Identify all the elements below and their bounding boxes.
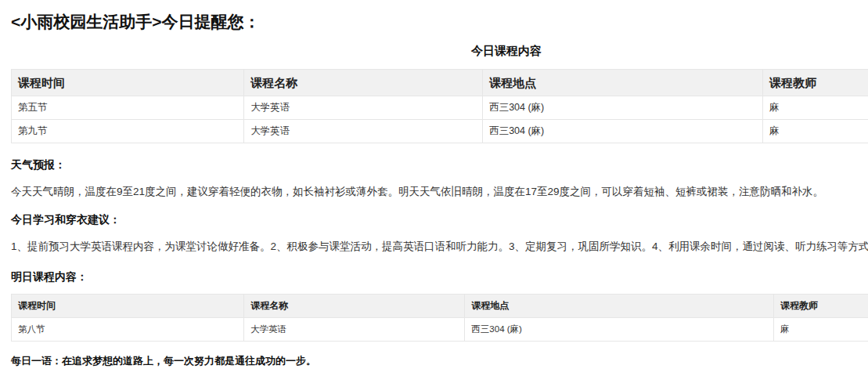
cell-course-teacher: 麻: [763, 96, 868, 120]
tomorrow-courses-table: 课程时间 课程名称 课程地点 课程教师 第八节 大学英语 西三304 (麻) 麻: [11, 294, 868, 342]
cell-course-teacher: 麻: [774, 318, 868, 342]
cell-course-location: 西三304 (麻): [483, 120, 763, 143]
today-courses-section-title: 今日课程内容: [11, 43, 868, 59]
column-header-course-teacher: 课程教师: [763, 70, 868, 96]
daily-quote: 每日一语：在追求梦想的道路上，每一次努力都是通往成功的一步。: [11, 355, 868, 367]
page-title: <小雨校园生活助手>今日提醒您：: [11, 12, 868, 31]
column-header-course-time: 课程时间: [12, 70, 244, 96]
table-row: 第五节 大学英语 西三304 (麻) 麻: [12, 96, 868, 120]
advice-text: 1、提前预习大学英语课程内容，为课堂讨论做好准备。2、积极参与课堂活动，提高英语…: [11, 240, 868, 253]
column-header-course-name: 课程名称: [244, 70, 483, 96]
cell-course-name: 大学英语: [244, 120, 483, 143]
cell-course-time: 第八节: [12, 318, 244, 342]
advice-heading: 今日学习和穿衣建议：: [11, 212, 868, 226]
tomorrow-courses-heading: 明日课程内容：: [11, 269, 868, 284]
today-courses-table: 课程时间 课程名称 课程地点 课程教师 第五节 大学英语 西三304 (麻) 麻…: [11, 69, 868, 143]
daily-reminder-page: <小雨校园生活助手>今日提醒您： 今日课程内容 课程时间 课程名称 课程地点 课…: [11, 12, 868, 367]
column-header-course-location: 课程地点: [465, 295, 774, 318]
column-header-course-teacher: 课程教师: [774, 295, 868, 318]
cell-course-time: 第五节: [12, 96, 244, 120]
table-row: 第八节 大学英语 西三304 (麻) 麻: [12, 318, 868, 342]
column-header-course-name: 课程名称: [244, 295, 465, 318]
column-header-course-time: 课程时间: [12, 295, 244, 318]
cell-course-time: 第九节: [12, 120, 244, 143]
table-row: 第九节 大学英语 西三304 (麻) 麻: [12, 120, 868, 143]
table-header-row: 课程时间 课程名称 课程地点 课程教师: [12, 70, 868, 96]
table-header-row: 课程时间 课程名称 课程地点 课程教师: [12, 295, 868, 318]
cell-course-teacher: 麻: [763, 120, 868, 143]
cell-course-location: 西三304 (麻): [483, 96, 763, 120]
cell-course-location: 西三304 (麻): [465, 318, 774, 342]
column-header-course-location: 课程地点: [483, 70, 763, 96]
weather-heading: 天气预报：: [11, 157, 868, 172]
cell-course-name: 大学英语: [244, 96, 483, 120]
cell-course-name: 大学英语: [244, 318, 465, 342]
weather-text: 今天天气晴朗，温度在9至21度之间，建议穿着轻便的衣物，如长袖衬衫或薄外套。明天…: [11, 185, 868, 198]
